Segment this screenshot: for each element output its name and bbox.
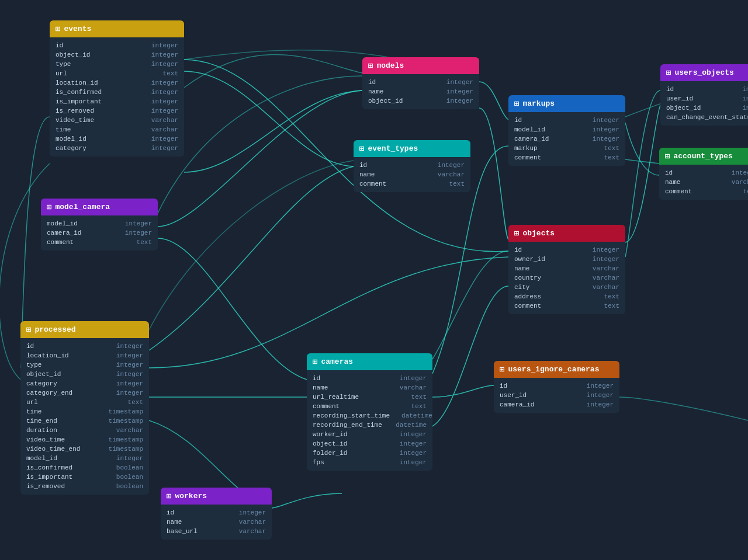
table-icon: ⊞ xyxy=(666,68,671,78)
field-name: name xyxy=(167,519,182,526)
field-name: recording_start_time xyxy=(313,412,390,419)
table-header-event_types: ⊞event_types xyxy=(354,140,470,157)
table-row: is_removedboolean xyxy=(20,482,149,491)
field-name: name xyxy=(514,265,529,272)
field-name: folder_id xyxy=(313,450,347,457)
field-type: integer xyxy=(446,88,473,95)
field-name: is_important xyxy=(56,98,102,105)
table-icon: ⊞ xyxy=(47,202,51,212)
field-name: id xyxy=(359,162,367,169)
table-models: ⊞modelsidintegernameintegerobject_idinte… xyxy=(362,57,479,109)
table-row: can_change_event_status xyxy=(660,113,748,122)
field-type: integer xyxy=(732,169,748,176)
field-name: country xyxy=(514,274,541,281)
field-type: integer xyxy=(239,509,266,516)
table-icon: ⊞ xyxy=(56,24,60,34)
field-name: is_removed xyxy=(56,107,94,114)
table-icon: ⊞ xyxy=(359,144,364,154)
field-type: boolean xyxy=(116,483,143,490)
field-name: worker_id xyxy=(313,431,347,438)
field-name: id xyxy=(167,509,174,516)
table-row: user_idinteger xyxy=(494,391,619,400)
field-name: object_id xyxy=(26,371,61,378)
field-name: url xyxy=(56,70,67,77)
table-row: video_timetimestamp xyxy=(20,435,149,444)
field-name: time xyxy=(56,126,71,133)
field-name: comment xyxy=(359,180,386,187)
table-header-models: ⊞models xyxy=(362,57,479,74)
table-row: object_idinteger xyxy=(50,50,184,60)
field-name: video_time_end xyxy=(26,446,80,453)
table-label-account_types: account_types xyxy=(673,152,732,161)
field-name: name xyxy=(368,88,383,95)
table-header-users_objects: ⊞users_objects xyxy=(660,64,748,81)
field-type: text xyxy=(137,239,152,246)
field-type: boolean xyxy=(116,474,143,481)
field-type: datetime xyxy=(401,412,432,419)
field-type: integer xyxy=(151,107,178,114)
field-type: boolean xyxy=(116,464,143,471)
field-type: integer xyxy=(587,401,614,408)
table-row: worker_idinteger xyxy=(307,430,432,439)
table-label-processed: processed xyxy=(34,325,75,334)
field-name: id xyxy=(514,246,522,253)
table-row: owner_idinteger xyxy=(508,255,625,264)
field-type: integer xyxy=(151,79,178,86)
field-name: comment xyxy=(665,188,692,195)
field-type: integer xyxy=(593,117,619,124)
field-name: id xyxy=(514,117,522,124)
table-row: object_idinteger xyxy=(362,96,479,106)
table-row: urltext xyxy=(20,398,149,407)
table-row: camera_idinteger xyxy=(494,400,619,409)
table-body-workers: idintegernamevarcharbase_urlvarchar xyxy=(161,505,272,540)
field-name: is_important xyxy=(26,474,72,481)
table-cameras: ⊞camerasidintegernamevarcharurl_realtime… xyxy=(307,353,432,471)
table-label-event_types: event_types xyxy=(368,144,418,153)
field-type: integer xyxy=(151,135,178,142)
table-row: namevarchar xyxy=(354,170,470,179)
field-type: integer xyxy=(593,246,619,253)
field-name: url_realtime xyxy=(313,394,359,401)
field-name: city xyxy=(514,284,529,291)
field-type: text xyxy=(449,180,465,187)
table-row: cityvarchar xyxy=(508,283,625,292)
table-header-cameras: ⊞cameras xyxy=(307,353,432,370)
field-type: integer xyxy=(116,371,143,378)
field-name: duration xyxy=(26,427,57,434)
field-name: recording_end_time xyxy=(313,422,382,429)
table-row: category_endinteger xyxy=(20,388,149,398)
table-row: addresstext xyxy=(508,292,625,301)
field-type: integer xyxy=(151,42,178,49)
table-header-processed: ⊞processed xyxy=(20,321,149,338)
field-type: integer xyxy=(593,135,619,142)
field-type: integer xyxy=(587,392,614,399)
field-type: text xyxy=(604,302,619,309)
field-name: model_id xyxy=(26,455,57,462)
field-type: timestamp xyxy=(109,418,143,425)
table-row: categoryinteger xyxy=(50,144,184,153)
table-row: video_time_endtimestamp xyxy=(20,444,149,454)
table-row: idinteger xyxy=(659,168,748,178)
field-name: name xyxy=(313,384,328,391)
field-type: integer xyxy=(593,126,619,133)
table-row: model_idinteger xyxy=(41,219,158,228)
table-row: commenttext xyxy=(659,187,748,196)
table-row: idinteger xyxy=(362,78,479,87)
table-row: camera_idinteger xyxy=(41,228,158,238)
field-type: datetime xyxy=(396,422,427,429)
field-name: location_id xyxy=(56,79,98,86)
table-row: user_idint xyxy=(660,94,748,103)
field-name: comment xyxy=(313,403,340,410)
table-row: model_idinteger xyxy=(50,134,184,144)
field-type: int xyxy=(742,86,748,93)
field-name: object_id xyxy=(368,98,403,105)
field-name: video_time xyxy=(26,436,65,443)
table-icon: ⊞ xyxy=(500,364,504,374)
field-type: varchar xyxy=(116,427,143,434)
field-name: camera_id xyxy=(500,401,534,408)
field-type: integer xyxy=(151,89,178,96)
field-type: integer xyxy=(400,431,427,438)
field-name: name xyxy=(359,171,375,178)
field-type: integer xyxy=(446,79,473,86)
table-row: location_idinteger xyxy=(50,78,184,88)
